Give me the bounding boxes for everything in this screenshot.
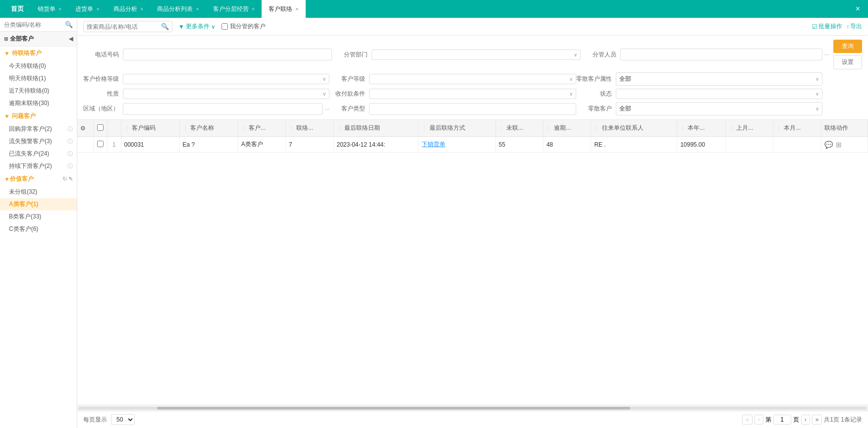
region-input[interactable]	[123, 103, 323, 115]
page-number-input[interactable]	[773, 415, 791, 425]
refresh-icon[interactable]: ↻	[62, 176, 67, 182]
nav-analysis[interactable]: 商品分析 ×	[107, 0, 150, 18]
td-type: A类客户	[238, 137, 285, 153]
batch-operation-button[interactable]: ☑ 批量操作	[812, 22, 842, 31]
retail-attr-select[interactable]: 全部 ∨	[616, 72, 822, 86]
next-page-button[interactable]: ›	[801, 415, 810, 425]
query-button[interactable]: 查询	[833, 40, 862, 53]
sidebar-item-churned[interactable]: 已流失客户(24) ⓘ	[0, 148, 77, 160]
customer-level-arrow: ∨	[569, 76, 573, 82]
dept-select[interactable]: ∨	[372, 50, 581, 60]
customer-type-input[interactable]	[369, 103, 576, 115]
status-select[interactable]: ∨	[616, 89, 822, 99]
phone-input[interactable]	[123, 49, 332, 60]
price-level-select[interactable]: ∨	[123, 74, 329, 84]
close-customer-tier-tab[interactable]: ×	[252, 6, 255, 12]
page-label: 第	[765, 416, 771, 424]
sidebar-item-ungrouped[interactable]: 未分组(32)	[0, 186, 77, 198]
nav-customer-tier[interactable]: 客户分层经营 ×	[206, 0, 262, 18]
sidebar-item-week-pending[interactable]: 近7天待联络(0)	[0, 85, 77, 97]
table-row: 1 000031 Ea ? A类客户 7 2023-04-12 14:44: 下…	[77, 137, 868, 153]
customer-level-field: 客户等级 ∨	[329, 74, 576, 84]
nav-analysis-list[interactable]: 商品分析列表 ×	[150, 0, 206, 18]
close-all-button[interactable]: ×	[852, 4, 864, 13]
prev-page-button[interactable]: ‹	[755, 415, 763, 425]
filter-search-input[interactable]	[87, 23, 161, 30]
sidebar-search-input[interactable]	[4, 21, 65, 28]
retail-customer-select[interactable]: 全部 ∨	[616, 102, 822, 115]
close-customer-contact-tab[interactable]: ×	[295, 6, 298, 12]
close-analysis-tab[interactable]: ×	[140, 6, 143, 12]
sidebar-item-churn-warning[interactable]: 流失预警客户(3) ⓘ	[0, 135, 77, 148]
nav-sales[interactable]: 销货单 ×	[31, 0, 68, 18]
sidebar-item-tomorrow-pending[interactable]: 明天待联络(1)	[0, 72, 77, 85]
status-field: 状态 ∨	[576, 89, 822, 99]
all-customers-header[interactable]: ⊞ 全部客户 ◀	[0, 32, 77, 47]
nav-home[interactable]: 首页	[4, 0, 31, 18]
retail-customer-field: 零散客户 全部 ∨	[576, 102, 822, 115]
export-button[interactable]: ↑ 导出	[846, 22, 862, 31]
pagination: « ‹ 第 页 › » 共1页 1条记录	[742, 415, 862, 425]
nature-select[interactable]: ∨	[123, 89, 329, 99]
price-level-arrow: ∨	[323, 76, 326, 82]
value-customers-group[interactable]: ▼ 价值客户 ↻ ✎	[0, 172, 77, 186]
pending-contact-group[interactable]: ▼ 待联络客户	[0, 47, 77, 60]
settings-button[interactable]: 设置	[833, 55, 862, 69]
manager-field: 分管人员 ···	[581, 49, 829, 60]
retail-attr-field: 零散客户属性 全部 ∨	[576, 72, 822, 86]
problem-customers-group[interactable]: ▼ 问题客户	[0, 109, 77, 123]
sidebar-item-repurchase-abnormal[interactable]: 回购异常客户(2) ⓘ	[0, 123, 77, 135]
sidebar-item-today-pending[interactable]: 今天待联络(0)	[0, 60, 77, 72]
my-customers-checkbox[interactable]: 我分管的客户	[221, 22, 266, 31]
manager-dots[interactable]: ···	[824, 51, 829, 58]
filter-row-4: 区域（地区） ··· 客户类型 零散客户 全部 ∨	[83, 102, 862, 115]
nav-purchase[interactable]: 进货单 ×	[68, 0, 106, 18]
sidebar-item-b-class[interactable]: B类客户(33)	[0, 211, 77, 223]
close-purchase-tab[interactable]: ×	[96, 6, 99, 12]
th-last-month: ⋮ 上月...	[725, 120, 773, 137]
last-method-link[interactable]: 下销货单	[422, 141, 445, 148]
table-header-row: ⚙ ⋮ 客户编码 ⋮ 客户名称	[77, 120, 868, 137]
td-rownum: 1	[107, 137, 121, 153]
sidebar-item-c-class[interactable]: C类客户(6)	[0, 223, 77, 235]
sidebar-search-icon[interactable]: 🔍	[65, 21, 73, 28]
settings-icon[interactable]: ⚙	[80, 125, 86, 132]
filter-search-icon[interactable]: 🔍	[161, 23, 169, 30]
my-customers-check[interactable]	[221, 23, 228, 30]
manager-input[interactable]	[620, 49, 822, 60]
info-icon: ⓘ	[67, 162, 73, 170]
page-total: 共1页 1条记录	[824, 416, 862, 424]
last-page-button[interactable]: »	[812, 415, 822, 425]
manager-label: 分管人员	[581, 51, 620, 59]
row-checkbox[interactable]	[97, 141, 104, 147]
customer-level-select[interactable]: ∨	[369, 74, 576, 84]
horizontal-scrollbar[interactable]	[77, 405, 868, 411]
filter-panel: 电话号码 分管部门 ∨ 分管人员 ··· 查询 设置	[77, 36, 868, 120]
td-last-method: 下销货单	[419, 137, 495, 153]
retail-attr-arrow: ∨	[815, 76, 819, 82]
page-of-label: 页	[793, 416, 799, 424]
region-label: 区域（地区）	[83, 105, 123, 113]
close-analysis-list-tab[interactable]: ×	[196, 6, 199, 12]
sidebar-item-overdue-pending[interactable]: 逾期未联络(30)	[0, 97, 77, 109]
dept-field: 分管部门 ∨	[332, 50, 581, 60]
retail-customer-label: 零散客户	[576, 105, 616, 113]
close-sales-tab[interactable]: ×	[58, 6, 61, 12]
first-page-button[interactable]: «	[742, 415, 753, 425]
phone-field: 电话号码	[83, 49, 332, 60]
grid-action-icon[interactable]: ⊞	[836, 141, 842, 149]
data-table-wrapper: ⚙ ⋮ 客户编码 ⋮ 客户名称	[77, 120, 868, 405]
chat-icon[interactable]: 💬	[824, 141, 833, 149]
edit-icon[interactable]: ✎	[68, 176, 73, 182]
nav-customer-contact[interactable]: 客户联络 ×	[262, 0, 305, 18]
th-person: ⋮ 往来单位联系人	[591, 120, 677, 137]
td-action: 💬 ⊞	[821, 137, 868, 153]
more-conditions-button[interactable]: ▼ 更多条件 ∨	[178, 22, 216, 31]
region-field: 区域（地区） ···	[83, 103, 329, 115]
page-size-select[interactable]: 50	[111, 414, 135, 425]
region-dots[interactable]: ···	[325, 106, 329, 112]
select-all-checkbox[interactable]	[97, 124, 104, 131]
payment-terms-select[interactable]: ∨	[369, 89, 576, 99]
sidebar-item-declining[interactable]: 持续下滑客户(2) ⓘ	[0, 160, 77, 172]
sidebar-item-a-class[interactable]: A类客户(1)	[0, 198, 77, 211]
